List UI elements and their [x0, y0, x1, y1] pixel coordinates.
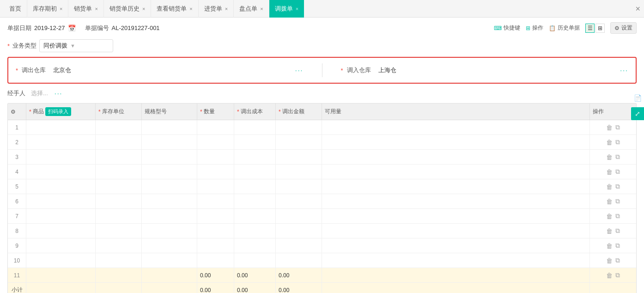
- row-2-product[interactable]: [26, 135, 96, 149]
- layout-list-icon[interactable]: ☰: [585, 24, 595, 33]
- handler-more-button[interactable]: ···: [55, 90, 63, 97]
- row-1-copy-icon[interactable]: ⧉: [615, 123, 620, 131]
- row-3-cost[interactable]: [234, 150, 276, 164]
- row-1-spec[interactable]: [142, 120, 197, 134]
- row-7-unit[interactable]: [96, 209, 142, 223]
- row-9-spec[interactable]: [142, 238, 197, 253]
- row-9-product[interactable]: [26, 238, 96, 253]
- row-2-spec[interactable]: [142, 135, 197, 149]
- history-button[interactable]: 📋 历史单据: [549, 24, 580, 32]
- tab-inventory-init-close[interactable]: ×: [60, 6, 62, 12]
- row-8-cost[interactable]: [234, 224, 276, 238]
- row-5-spec[interactable]: [142, 179, 197, 194]
- tab-inventory-check-close[interactable]: ×: [260, 6, 263, 12]
- row-2-unit[interactable]: [96, 135, 142, 149]
- row-5-copy-icon[interactable]: ⧉: [615, 183, 620, 190]
- row-6-available[interactable]: [322, 194, 590, 208]
- shortcuts-button[interactable]: ⌨ 快捷键: [494, 24, 520, 32]
- handler-placeholder[interactable]: 选择...: [31, 89, 48, 98]
- tab-view-sales-close[interactable]: ×: [189, 6, 192, 12]
- row-9-delete-icon[interactable]: 🗑: [606, 242, 613, 250]
- in-warehouse-value[interactable]: 上海仓: [378, 66, 396, 74]
- row-9-cost[interactable]: [234, 238, 276, 253]
- row-7-product[interactable]: [26, 209, 96, 223]
- row-3-amount[interactable]: [276, 150, 322, 164]
- row-2-qty[interactable]: [197, 135, 234, 149]
- calendar-icon[interactable]: 📅: [68, 24, 76, 32]
- row-1-unit[interactable]: [96, 120, 142, 134]
- row-9-copy-icon[interactable]: ⧉: [615, 242, 620, 250]
- row-1-cost[interactable]: [234, 120, 276, 134]
- row-1-product[interactable]: [26, 120, 96, 134]
- operations-button[interactable]: ⊞ 操作: [526, 24, 543, 32]
- row-6-delete-icon[interactable]: 🗑: [606, 198, 613, 205]
- tab-sales-order-close[interactable]: ×: [95, 6, 97, 12]
- row-6-spec[interactable]: [142, 194, 197, 208]
- tab-transfer-order-close[interactable]: ×: [296, 6, 298, 12]
- row-7-qty[interactable]: [197, 209, 234, 223]
- row-11-copy-icon[interactable]: ⧉: [615, 271, 620, 279]
- row-5-amount[interactable]: [276, 179, 322, 194]
- tab-sales-history[interactable]: 销货单历史 ×: [104, 0, 151, 18]
- row-3-spec[interactable]: [142, 150, 197, 164]
- th-settings[interactable]: ⚙: [8, 104, 26, 120]
- row-7-available[interactable]: [322, 209, 590, 223]
- scan-entry-button[interactable]: 扫码录入: [45, 107, 71, 116]
- tab-inventory-init[interactable]: 库存期初 ×: [27, 0, 68, 18]
- row-5-cost[interactable]: [234, 179, 276, 194]
- row-9-qty[interactable]: [197, 238, 234, 253]
- row-4-cost[interactable]: [234, 165, 276, 179]
- row-1-delete-icon[interactable]: 🗑: [606, 124, 613, 131]
- row-11-spec[interactable]: [142, 268, 197, 282]
- row-8-spec[interactable]: [142, 224, 197, 238]
- row-8-unit[interactable]: [96, 224, 142, 238]
- row-6-unit[interactable]: [96, 194, 142, 208]
- row-3-available[interactable]: [322, 150, 590, 164]
- row-3-copy-icon[interactable]: ⧉: [615, 153, 620, 161]
- tab-purchase-order[interactable]: 进货单 ×: [199, 0, 234, 18]
- business-type-select[interactable]: 同价调拨 ▼: [39, 39, 113, 52]
- row-2-copy-icon[interactable]: ⧉: [615, 138, 620, 146]
- row-6-product[interactable]: [26, 194, 96, 208]
- tab-home[interactable]: 首页: [4, 0, 27, 18]
- tab-inventory-check[interactable]: 盘点单 ×: [234, 0, 269, 18]
- row-11-product[interactable]: [26, 268, 96, 282]
- row-6-qty[interactable]: [197, 194, 234, 208]
- row-5-product[interactable]: [26, 179, 96, 194]
- row-4-copy-icon[interactable]: ⧉: [615, 168, 620, 176]
- row-5-unit[interactable]: [96, 179, 142, 194]
- row-7-copy-icon[interactable]: ⧉: [615, 212, 620, 220]
- row-8-product[interactable]: [26, 224, 96, 238]
- row-7-cost[interactable]: [234, 209, 276, 223]
- row-6-copy-icon[interactable]: ⧉: [615, 197, 620, 205]
- row-4-available[interactable]: [322, 165, 590, 179]
- row-10-spec[interactable]: [142, 253, 197, 268]
- out-warehouse-value[interactable]: 北京仓: [53, 66, 71, 74]
- row-4-unit[interactable]: [96, 165, 142, 179]
- side-expand-button[interactable]: ⤢: [631, 107, 644, 120]
- row-10-available[interactable]: [322, 253, 590, 268]
- row-4-product[interactable]: [26, 165, 96, 179]
- out-warehouse-more-button[interactable]: ···: [295, 67, 304, 74]
- tab-transfer-order[interactable]: 调拨单 ×: [269, 0, 304, 18]
- row-4-amount[interactable]: [276, 165, 322, 179]
- row-11-delete-icon[interactable]: 🗑: [606, 272, 613, 279]
- row-10-qty[interactable]: [197, 253, 234, 268]
- row-6-amount[interactable]: [276, 194, 322, 208]
- in-warehouse-more-button[interactable]: ···: [620, 67, 628, 74]
- side-doc-button[interactable]: 📄: [632, 92, 643, 104]
- row-1-amount[interactable]: [276, 120, 322, 134]
- tab-view-sales[interactable]: 查看销货单 ×: [151, 0, 198, 18]
- tab-sales-history-close[interactable]: ×: [142, 6, 145, 12]
- row-5-available[interactable]: [322, 179, 590, 194]
- row-4-qty[interactable]: [197, 165, 234, 179]
- row-2-delete-icon[interactable]: 🗑: [606, 139, 613, 146]
- row-10-product[interactable]: [26, 253, 96, 268]
- row-3-qty[interactable]: [197, 150, 234, 164]
- layout-grid-icon[interactable]: ⊞: [595, 24, 605, 33]
- row-9-available[interactable]: [322, 238, 590, 253]
- row-6-cost[interactable]: [234, 194, 276, 208]
- row-8-delete-icon[interactable]: 🗑: [606, 227, 613, 235]
- row-2-available[interactable]: [322, 135, 590, 149]
- table-gear-icon[interactable]: ⚙: [11, 109, 16, 115]
